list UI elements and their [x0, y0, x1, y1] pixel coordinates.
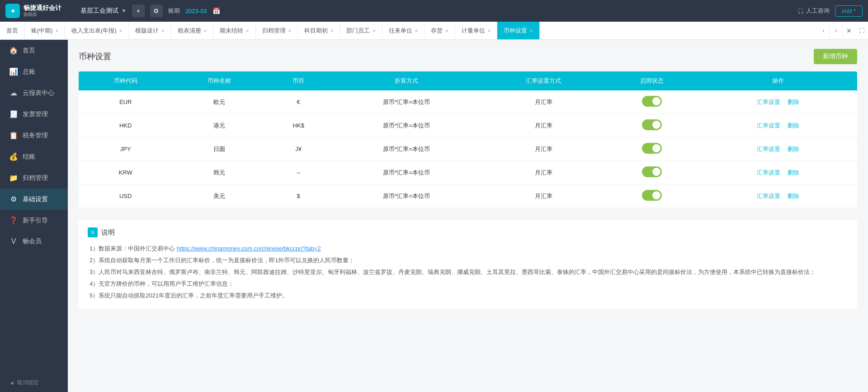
note-item-3: 4）无官方牌价的币种，可以用用户手工维护汇率信息； [88, 278, 848, 290]
tab-label: 归档管理 [262, 27, 286, 35]
tab-close-icon[interactable]: × [119, 28, 122, 33]
notes-section: ≡ 说明 1）数据来源：中国外汇交易中心 https://www.chinamo… [79, 220, 857, 309]
sidebar-item-3[interactable]: 🧾发票管理 [0, 104, 68, 125]
tab-expand[interactable]: ⛶ [855, 22, 868, 39]
cell-actions: 汇率设置删除 [698, 90, 857, 114]
tab-close-icon[interactable]: × [373, 28, 375, 33]
tab-item-9[interactable]: 往来单位× [382, 22, 425, 39]
tab-nav-prev[interactable]: ‹ [817, 22, 830, 39]
sidebar-item-0[interactable]: 🏠首页 [0, 40, 68, 61]
tab-item-8[interactable]: 部门员工× [340, 22, 382, 39]
tab-item-10[interactable]: 存货× [425, 22, 455, 39]
cell-calc: 原币*汇率=本位币 [331, 114, 482, 137]
company-selector[interactable]: 基层工会测试 ▼ [80, 7, 127, 15]
table-row: KRW韩元--原币*汇率=本位币月汇率汇率设置删除 [79, 161, 857, 184]
top-right: 🎧 人工咨询 iAM * [797, 5, 863, 17]
cell-rate-type: 月汇率 [482, 90, 605, 114]
sidebar-icon-1: 📊 [9, 67, 18, 76]
tab-close-icon[interactable]: × [204, 28, 207, 33]
tab-item-6[interactable]: 归档管理× [256, 22, 298, 39]
notes-title-text: 说明 [101, 228, 115, 237]
rate-settings-link[interactable]: 汇率设置 [757, 193, 780, 199]
toggle-enabled[interactable] [642, 166, 662, 177]
content-area: 币种设置 新增币种 币种代码币种名称币符折算方式汇率设置方式启用状态操作 EUR… [68, 40, 868, 392]
pin-button[interactable]: ◄ 取消固定 [0, 373, 68, 392]
new-currency-button[interactable]: 新增币种 [814, 49, 857, 64]
sidebar-icon-8: ❓ [9, 216, 18, 225]
cell-symbol: $ [266, 184, 331, 208]
cell-actions: 汇率设置删除 [698, 161, 857, 184]
account-button[interactable]: iAM * [835, 5, 863, 17]
delete-link[interactable]: 删除 [788, 99, 799, 105]
sidebar-label-9: 畅会员 [23, 237, 42, 246]
notes-title: ≡ 说明 [88, 227, 848, 237]
tab-nav-next[interactable]: › [830, 22, 843, 39]
sidebar-item-2[interactable]: ☁云报表中心 [0, 82, 68, 104]
tab-close-icon[interactable]: × [56, 28, 58, 33]
tab-close-icon[interactable]: × [530, 28, 533, 33]
tab-item-1[interactable]: 账(中期)× [25, 22, 65, 39]
toggle-enabled[interactable] [642, 190, 662, 201]
cell-symbol: HK$ [266, 114, 331, 137]
add-button[interactable]: + [132, 5, 145, 17]
top-header: ✦ 畅捷通好会计 旗舰版 基层工会测试 ▼ + ⚙ 账期 2023-03 📅 🎧… [0, 0, 868, 22]
toggle-enabled[interactable] [642, 143, 662, 154]
sidebar-label-1: 总账 [23, 68, 35, 76]
period-value: 2023-03 [185, 8, 207, 14]
cell-calc: 原币*汇率=本位币 [331, 90, 482, 114]
sidebar-item-4[interactable]: 📋税务管理 [0, 125, 68, 146]
sidebar-item-1[interactable]: 📊总账 [0, 61, 68, 82]
logo-icon: ✦ [5, 4, 20, 18]
tab-item-12[interactable]: 币种设置× [497, 22, 539, 39]
delete-link[interactable]: 删除 [788, 193, 799, 199]
cell-code: JPY [79, 137, 172, 161]
tab-close-icon[interactable]: × [488, 28, 491, 33]
sidebar-item-9[interactable]: V畅会员 [0, 231, 68, 252]
tab-item-0[interactable]: 首页 [0, 22, 25, 39]
sidebar-label-6: 归档管理 [23, 174, 48, 182]
col-header-6: 操作 [698, 71, 857, 90]
toggle-enabled[interactable] [642, 96, 662, 107]
sidebar-label-2: 云报表中心 [23, 89, 54, 97]
sidebar-item-8[interactable]: ❓新手引导 [0, 210, 68, 231]
delete-link[interactable]: 删除 [788, 146, 799, 152]
tab-label: 部门员工 [346, 27, 370, 35]
tab-item-11[interactable]: 计量单位× [455, 22, 497, 39]
tab-close-icon[interactable]: × [415, 28, 418, 33]
tab-item-5[interactable]: 期末结转× [213, 22, 255, 39]
sidebar-items: 🏠首页📊总账☁云报表中心🧾发票管理📋税务管理💰结账📁归档管理⚙基础设置❓新手引导… [0, 40, 68, 252]
tab-close-icon[interactable]: × [246, 28, 249, 33]
help-button[interactable]: 🎧 人工咨询 [797, 7, 830, 15]
company-name-text: 基层工会测试 [80, 7, 118, 15]
cell-name: 美元 [172, 184, 266, 208]
tab-close-icon[interactable]: × [330, 28, 333, 33]
tab-item-2[interactable]: 收入支出表(年报)× [65, 22, 129, 39]
app-sub: 旗舰版 [24, 11, 61, 18]
tab-close-all[interactable]: ✕ [843, 22, 855, 39]
rate-settings-link[interactable]: 汇率设置 [757, 99, 780, 105]
toggle-enabled[interactable] [642, 119, 662, 130]
settings-button[interactable]: ⚙ [150, 5, 163, 17]
rate-settings-link[interactable]: 汇率设置 [757, 122, 780, 129]
dropdown-arrow-icon: ▼ [121, 8, 127, 14]
sidebar-icon-2: ☁ [9, 89, 18, 97]
tab-item-4[interactable]: 税表清册× [171, 22, 213, 39]
note-item-0: 1）数据来源：中国外汇交易中心 https://www.chinamoney.c… [88, 243, 848, 255]
delete-link[interactable]: 删除 [788, 122, 799, 129]
tab-item-3[interactable]: 模版设计× [129, 22, 171, 39]
delete-link[interactable]: 删除 [788, 169, 799, 176]
note-link-0[interactable]: https://www.chinamoney.com.cn/chinese/bk… [177, 245, 321, 252]
tab-close-icon[interactable]: × [445, 28, 448, 33]
rate-settings-link[interactable]: 汇率设置 [757, 146, 780, 152]
tab-close-icon[interactable]: × [288, 28, 291, 33]
top-center: 基层工会测试 ▼ + ⚙ 账期 2023-03 📅 [73, 5, 797, 17]
tab-item-7[interactable]: 科目期初× [298, 22, 340, 39]
tab-close-icon[interactable]: × [161, 28, 164, 33]
sidebar-icon-0: 🏠 [9, 46, 18, 55]
calendar-icon[interactable]: 📅 [212, 7, 220, 14]
sidebar-item-5[interactable]: 💰结账 [0, 146, 68, 167]
sidebar-label-7: 基础设置 [23, 195, 48, 203]
sidebar-item-7[interactable]: ⚙基础设置 [0, 189, 68, 210]
sidebar-item-6[interactable]: 📁归档管理 [0, 167, 68, 189]
rate-settings-link[interactable]: 汇率设置 [757, 169, 780, 176]
